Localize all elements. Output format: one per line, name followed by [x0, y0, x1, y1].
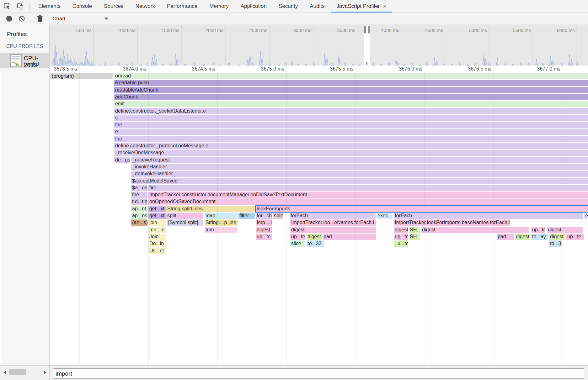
flame-bar[interactable]: ap...ns: [131, 213, 147, 219]
flame-bar[interactable]: filter: [238, 213, 255, 219]
flame-bar[interactable]: t.d...t.e: [131, 198, 147, 205]
flame-bar[interactable]: forEach: [290, 213, 376, 219]
flame-bar[interactable]: ap...nt: [131, 206, 147, 212]
tab-security[interactable]: Security: [273, 0, 304, 13]
flame-bar[interactable]: pad: [323, 234, 376, 240]
tab-elements[interactable]: Elements: [32, 0, 67, 13]
flame-bar[interactable]: fire: [148, 185, 588, 191]
flame-bar[interactable]: e: [114, 129, 588, 135]
scroll-right-arrow-icon[interactable]: [44, 371, 46, 374]
flame-bar[interactable]: to...32: [549, 240, 562, 247]
clear-profiles-icon[interactable]: [19, 16, 25, 22]
flame-bar[interactable]: digest: [549, 234, 565, 240]
flame-bar[interactable]: digest: [547, 227, 583, 233]
flame-bar[interactable]: Do...in: [148, 240, 166, 247]
flame-bar[interactable]: String....p.line: [205, 219, 238, 226]
tab-console[interactable]: Console: [67, 0, 98, 13]
flame-bar[interactable]: _invokeHandler: [131, 164, 588, 170]
flame-bar[interactable]: (an...s): [131, 219, 147, 226]
flame-bar[interactable]: up...te: [531, 227, 545, 233]
flame-bar[interactable]: digest: [307, 234, 322, 240]
flame-bar[interactable]: slice: [290, 240, 305, 247]
flame-bar[interactable]: addChunk: [114, 94, 588, 100]
flame-bar[interactable]: _u...te: [394, 240, 408, 247]
flame-bar[interactable]: exec: [377, 213, 392, 219]
flame-bar[interactable]: fire: [131, 192, 147, 198]
flame-bar[interactable]: readableAddChunk: [114, 87, 588, 93]
flame-bar[interactable]: trim: [205, 227, 238, 233]
profile-overview-pane[interactable]: 500 ms1000 ms1500 ms2000 ms2500 ms3000 m…: [50, 24, 588, 66]
gutter-text-fragment: s: [0, 151, 2, 157]
flame-bar[interactable]: digest: [394, 227, 408, 233]
view-mode-select[interactable]: Chart: [52, 13, 108, 24]
search-input[interactable]: [53, 368, 584, 379]
flame-bar[interactable]: (program): [51, 73, 113, 79]
flame-bar[interactable]: digest: [290, 227, 376, 233]
flamechart-gridline: [148, 66, 149, 365]
tab-javascript-profiler[interactable]: JavaScript Profiler×: [331, 0, 392, 13]
flame-bar[interactable]: Join: [148, 234, 166, 240]
flame-bar[interactable]: fire: [114, 122, 588, 128]
flame-bar[interactable]: onread: [114, 73, 588, 79]
flame-bar[interactable]: _receiveRequest: [131, 157, 588, 163]
flame-bar[interactable]: Imp....l: [256, 219, 272, 226]
flame-bar[interactable]: de...gs: [114, 157, 130, 163]
flame-bar[interactable]: $a...ed: [131, 185, 147, 191]
flame-bar[interactable]: digest: [421, 227, 529, 233]
tab-audits[interactable]: Audits: [304, 0, 330, 13]
flame-bar[interactable]: up...te: [566, 234, 584, 240]
flame-bar[interactable]: digest: [515, 234, 530, 240]
flame-bar[interactable]: split: [273, 213, 283, 219]
flame-bar[interactable]: ImportTracker.constructor.documentManage…: [148, 192, 588, 198]
flame-bar[interactable]: define.constructor._socketDataListener.e: [114, 108, 588, 114]
close-tab-icon[interactable]: ×: [383, 3, 387, 10]
delete-profile-icon[interactable]: [37, 15, 43, 24]
flame-bar[interactable]: Readable.push: [114, 80, 588, 86]
flame-bar[interactable]: to...ay: [531, 234, 548, 240]
flame-bar[interactable]: split: [166, 213, 203, 219]
flame-bar[interactable]: SH...56: [409, 227, 420, 233]
flame-bar[interactable]: emit: [114, 101, 588, 107]
flame-bar[interactable]: [Symbol.split]: [167, 219, 203, 226]
scrollbar-thumb[interactable]: [9, 369, 26, 375]
flamechart-pane[interactable]: (program)onreadReadable.pushreadableAddC…: [50, 72, 588, 366]
flame-bar[interactable]: Inn...in: [148, 227, 166, 233]
flame-bar[interactable]: String.splitLines: [166, 206, 255, 212]
flame-bar[interactable]: SH...56: [409, 234, 420, 240]
flame-bar[interactable]: digest: [256, 227, 272, 233]
flame-bar[interactable]: up...te: [256, 234, 272, 240]
flame-bar[interactable]: define.constructor._protocol.onMessage.e: [114, 143, 588, 149]
tab-performance[interactable]: Performance: [161, 0, 203, 13]
flame-bar[interactable]: map: [205, 213, 238, 219]
flame-bar[interactable]: ImportTracker.loo...eNames.forEach.l: [290, 219, 376, 226]
flame-bar[interactable]: forEach: [394, 213, 583, 219]
inspect-element-icon[interactable]: [3, 2, 11, 10]
flame-bar[interactable]: onOpenedOrSavedDocument: [148, 198, 588, 205]
flame-bar[interactable]: up...te: [290, 234, 305, 240]
flame-bar[interactable]: join: [148, 219, 166, 226]
tab-application[interactable]: Application: [235, 0, 273, 13]
record-button[interactable]: [6, 16, 12, 22]
tab-memory[interactable]: Memory: [203, 0, 234, 13]
flame-bar-selected[interactable]: lookForImports: [256, 206, 588, 212]
flame-bar[interactable]: to...32: [307, 240, 324, 247]
cpu-profiles-section-label: CPU PROFILES: [6, 44, 43, 49]
flame-bar[interactable]: ex: [584, 213, 588, 219]
flame-bar[interactable]: fire: [114, 136, 588, 142]
flame-bar[interactable]: $acceptModelSaved: [131, 178, 588, 184]
flame-bar[interactable]: pad: [497, 234, 514, 240]
tab-sources[interactable]: Sources: [98, 0, 129, 13]
flame-bar[interactable]: _receiveOneMessage: [114, 150, 588, 156]
flame-bar[interactable]: get...xt: [148, 206, 166, 212]
flame-bar[interactable]: up...te: [394, 234, 408, 240]
tab-network[interactable]: Network: [130, 0, 161, 13]
flame-bar[interactable]: Us...nt: [148, 248, 166, 254]
flame-bar[interactable]: _doInvokeHandler: [131, 171, 588, 177]
horizontal-scrollbar[interactable]: [0, 366, 50, 380]
flame-bar[interactable]: ImportTracker.lookForImports.baseNames.f…: [394, 219, 510, 226]
toggle-device-toolbar-icon[interactable]: [16, 2, 24, 10]
flame-bar[interactable]: for...ch: [256, 213, 272, 219]
flame-bar[interactable]: get...xt: [148, 213, 166, 219]
scroll-left-arrow-icon[interactable]: [4, 371, 6, 374]
flame-bar[interactable]: s: [114, 115, 588, 121]
